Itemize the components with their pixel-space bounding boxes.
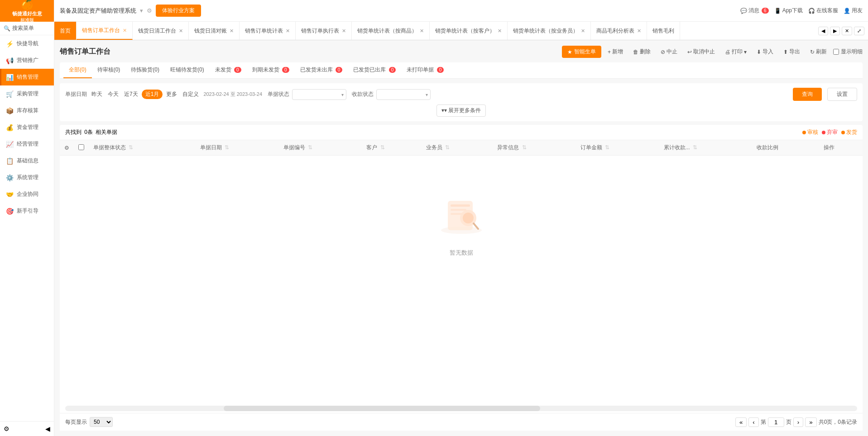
prev-page-button[interactable]: ‹ xyxy=(748,417,758,427)
date-link-7days[interactable]: 近7天 xyxy=(122,90,140,99)
tab-fullscreen-button[interactable]: ⤢ xyxy=(854,27,864,35)
message-button[interactable]: 💬 消息 6 xyxy=(740,7,769,14)
sub-tab-wangpu-pending[interactable]: 旺铺待发货(0) xyxy=(165,62,210,78)
sort-icon[interactable]: ⇅ xyxy=(225,144,229,151)
tab-close-icon[interactable]: ✕ xyxy=(420,28,424,34)
setting-button[interactable]: 设置 xyxy=(827,88,857,101)
sort-icon[interactable]: ⇅ xyxy=(129,144,133,151)
tab-sales-profit[interactable]: 销售毛利 xyxy=(647,22,680,40)
sidebar-item-marketing[interactable]: 📢 营销推广 xyxy=(0,52,54,69)
tab-sales-by-staff[interactable]: 销货单统计表（按业务员） ✕ xyxy=(508,22,591,40)
sidebar-item-operations[interactable]: 📈 经营管理 xyxy=(0,136,54,152)
app-download-button[interactable]: 📱 App下载 xyxy=(774,7,803,14)
tab-close-all-button[interactable]: ✕ xyxy=(842,27,852,35)
filter-status-select[interactable] xyxy=(292,89,346,100)
date-link-yesterday[interactable]: 昨天 xyxy=(90,90,104,99)
date-link-more[interactable]: 更多 xyxy=(164,90,179,99)
tab-close-icon[interactable]: ✕ xyxy=(498,28,502,34)
tab-home[interactable]: 首页 xyxy=(54,22,77,40)
tab-close-icon[interactable]: ✕ xyxy=(342,28,346,34)
tab-cash-reconcile[interactable]: 钱货日清对账 ✕ xyxy=(189,22,240,40)
print-button[interactable]: 🖨 打印 ▾ xyxy=(721,46,750,57)
export-button[interactable]: ⬆ 导出 xyxy=(780,46,804,57)
tab-prev-button[interactable]: ◀ xyxy=(818,27,828,35)
ship-button[interactable]: 发货 xyxy=(841,128,857,136)
sidebar-item-quick-nav[interactable]: ⚡ 快捷导航 xyxy=(0,35,54,52)
tab-sales-exec[interactable]: 销售订单执行表 ✕ xyxy=(296,22,352,40)
reject-button[interactable]: 弃审 xyxy=(822,128,838,136)
show-detail-checkbox[interactable] xyxy=(833,49,839,55)
delete-button[interactable]: 🗑 删除 xyxy=(629,46,654,57)
refresh-button[interactable]: ↻ 刷新 xyxy=(806,46,830,57)
scrollbar-thumb[interactable] xyxy=(224,406,541,411)
cancel-stop-button[interactable]: ↩ 取消中止 xyxy=(684,46,719,57)
tab-sales-by-customer[interactable]: 销货单统计表（按客户） ✕ xyxy=(430,22,508,40)
import-button[interactable]: ⬇ 导入 xyxy=(753,46,777,57)
approve-button[interactable]: 审核 xyxy=(802,128,818,136)
table-scrollbar[interactable] xyxy=(65,406,857,411)
tab-close-icon[interactable]: ✕ xyxy=(230,28,234,34)
sub-tab-all[interactable]: 全部(0) xyxy=(63,62,92,78)
date-link-today[interactable]: 今天 xyxy=(106,90,120,99)
query-button[interactable]: 查询 xyxy=(793,88,822,101)
tab-sales-workbench[interactable]: 销售订单工作台 ✕ xyxy=(77,22,133,40)
sidebar-item-system[interactable]: ⚙️ 系统管理 xyxy=(0,169,54,186)
sub-tab-pending-review[interactable]: 待审核(0) xyxy=(92,62,126,78)
date-link-1month[interactable]: 近1月 xyxy=(142,90,163,99)
sub-tab-shipped-out[interactable]: 已发货已出库 0 xyxy=(348,62,401,78)
sidebar-item-finance[interactable]: 💰 资金管理 xyxy=(0,119,54,136)
system-icon: ⚙️ xyxy=(5,174,14,181)
system-title-chevron[interactable]: ▾ xyxy=(140,7,143,14)
sub-tab-not-printed[interactable]: 未打印单据 0 xyxy=(401,62,449,78)
sub-tab-not-shipped[interactable]: 未发货 0 xyxy=(210,62,247,78)
sidebar-item-sales[interactable]: 📊 销售管理 xyxy=(0,69,54,85)
tab-close-icon[interactable]: ✕ xyxy=(581,28,585,34)
select-all-checkbox[interactable] xyxy=(78,144,84,150)
settings-icon[interactable]: ⚙ xyxy=(147,7,152,14)
sub-tab-overdue-not-shipped[interactable]: 到期未发货 0 xyxy=(247,62,295,78)
sidebar-item-purchase[interactable]: 🛒 采购管理 xyxy=(0,85,54,102)
sort-icon[interactable]: ⇅ xyxy=(693,144,697,151)
smart-create-button[interactable]: ★ 智能生单 xyxy=(562,46,601,58)
tab-sales-stats[interactable]: 销售订单统计表 ✕ xyxy=(240,22,296,40)
settings-icon[interactable]: ⚙ xyxy=(4,425,10,432)
show-detail-toggle[interactable]: 显示明细 xyxy=(833,48,863,56)
collapse-icon[interactable]: ◀ xyxy=(45,425,50,432)
tab-next-button[interactable]: ▶ xyxy=(830,27,840,35)
stop-button[interactable]: ⊘ 中止 xyxy=(657,46,681,57)
sidebar-item-basic-info[interactable]: 📋 基础信息 xyxy=(0,152,54,169)
user-button[interactable]: 👤 用友 xyxy=(844,7,863,14)
sort-icon[interactable]: ⇅ xyxy=(308,144,312,151)
per-page-select[interactable]: 10 20 50 100 xyxy=(90,417,113,427)
tab-close-icon[interactable]: ✕ xyxy=(637,28,641,34)
page-number-input[interactable] xyxy=(768,417,784,427)
expand-filter-button[interactable]: ▾▾ 展开更多条件 xyxy=(436,104,486,117)
tab-sales-by-product[interactable]: 销货单统计表（按商品） ✕ xyxy=(352,22,430,40)
sub-tab-pending-inspect[interactable]: 待拣验货(0) xyxy=(125,62,165,78)
sub-tab-pending-review-label: 待审核(0) xyxy=(97,66,120,73)
date-link-custom[interactable]: 自定义 xyxy=(181,90,201,99)
sidebar-item-inventory[interactable]: 📦 库存核算 xyxy=(0,102,54,119)
sidebar-item-guide[interactable]: 🎯 新手引导 xyxy=(0,203,54,219)
sort-icon[interactable]: ⇅ xyxy=(380,144,385,151)
sidebar-item-cooperation[interactable]: 🤝 企业协同 xyxy=(0,186,54,203)
industry-solution-button[interactable]: 体验行业方案 xyxy=(156,5,201,17)
search-menu[interactable]: 🔍 搜索菜单 xyxy=(0,22,54,35)
table-scroll[interactable]: ⚙ 单据整体状态 ⇅ 单据日期 ⇅ xyxy=(60,140,863,404)
tab-close-icon[interactable]: ✕ xyxy=(286,28,290,34)
first-page-button[interactable]: « xyxy=(735,417,747,427)
filter-payment-select[interactable] xyxy=(376,89,431,100)
config-icon[interactable]: ⚙ xyxy=(64,145,69,151)
last-page-button[interactable]: » xyxy=(805,417,816,427)
next-page-button[interactable]: › xyxy=(793,417,803,427)
add-button[interactable]: + 新增 xyxy=(604,46,627,57)
sub-tab-shipped-not-out[interactable]: 已发货未出库 0 xyxy=(295,62,348,78)
sort-icon[interactable]: ⇅ xyxy=(605,144,609,151)
tab-close-icon[interactable]: ✕ xyxy=(123,28,127,33)
tab-gross-profit[interactable]: 商品毛利分析表 ✕ xyxy=(591,22,647,40)
sort-icon[interactable]: ⇅ xyxy=(522,144,527,151)
online-service-button[interactable]: 🎧 在线客服 xyxy=(808,7,838,14)
sort-icon[interactable]: ⇅ xyxy=(445,144,450,151)
tab-close-icon[interactable]: ✕ xyxy=(179,28,183,34)
tab-cash-daily[interactable]: 钱货日清工作台 ✕ xyxy=(133,22,189,40)
